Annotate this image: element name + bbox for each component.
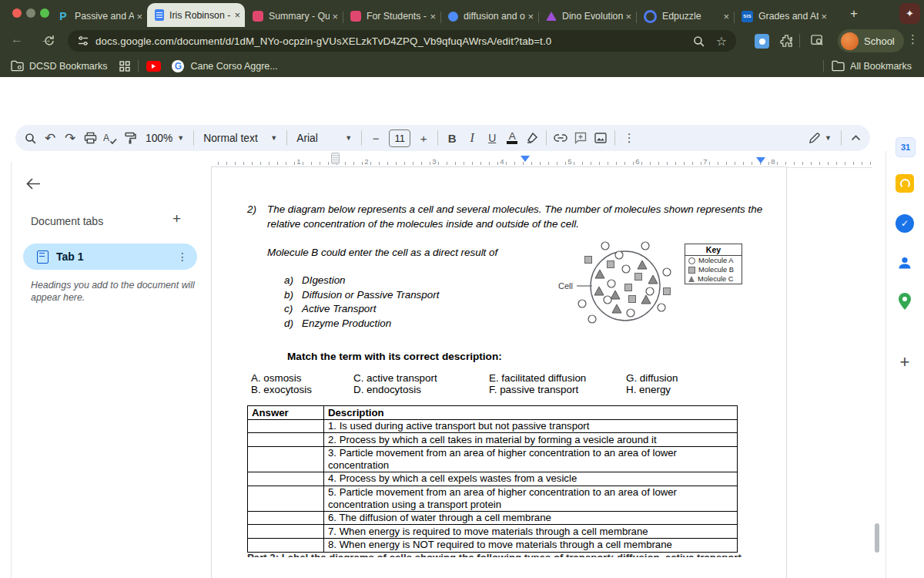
redo-icon[interactable]: ↷	[60, 128, 80, 148]
tab-close-icon[interactable]: ×	[723, 11, 729, 22]
insert-image-icon[interactable]	[591, 128, 611, 148]
youtube-icon[interactable]	[146, 61, 161, 72]
table-row: 1. Is used during active transport but n…	[248, 419, 738, 433]
tab-close-icon[interactable]: ×	[821, 11, 827, 22]
ruler-tick	[277, 162, 278, 165]
font-select[interactable]: Arial▼	[291, 133, 357, 144]
extensions-puzzle-icon[interactable]	[779, 33, 794, 48]
hide-menus-icon[interactable]	[845, 128, 865, 148]
tab-organizer-button[interactable]: ✦	[899, 3, 920, 24]
browser-menu-icon[interactable]: ⋮	[907, 32, 919, 46]
decrease-font-size-icon[interactable]: −	[366, 128, 386, 148]
fullscreen-window-button[interactable]	[40, 8, 49, 18]
answer-cell[interactable]	[248, 486, 324, 511]
tab-close-icon[interactable]: ×	[332, 11, 338, 22]
search-menus-icon[interactable]	[20, 128, 40, 148]
browser-profile[interactable]: School	[838, 29, 904, 52]
add-document-tab-button[interactable]: +	[172, 210, 181, 227]
back-icon[interactable]: ←	[11, 32, 23, 46]
collapse-sidebar-arrow-icon[interactable]	[26, 178, 41, 190]
answer-cell[interactable]	[248, 511, 324, 525]
maps-icon[interactable]	[896, 292, 914, 311]
bold-icon[interactable]: B	[442, 128, 462, 148]
tab-close-icon[interactable]: ×	[430, 11, 436, 22]
search-in-page-icon[interactable]	[692, 35, 705, 48]
keep-icon[interactable]	[896, 174, 914, 193]
option-letter: c)	[284, 302, 293, 317]
underline-icon[interactable]: U	[482, 128, 502, 148]
ruler-tick	[726, 162, 727, 165]
answer-cell[interactable]	[248, 419, 324, 433]
question-text: The diagram below represents a cell and …	[267, 203, 775, 232]
tab-search-icon[interactable]	[810, 33, 825, 48]
contacts-icon[interactable]	[896, 254, 914, 272]
answer-cell[interactable]	[248, 525, 324, 539]
tasks-icon[interactable]: ✓	[896, 214, 914, 233]
close-window-button[interactable]	[12, 8, 22, 18]
italic-icon[interactable]: I	[462, 128, 482, 148]
doc-tab-options-icon[interactable]: ⋮	[177, 250, 188, 263]
molecule-a	[608, 280, 615, 287]
molecule-c	[638, 260, 647, 269]
apps-grid-icon[interactable]	[119, 61, 130, 72]
answer-cell[interactable]	[248, 446, 324, 472]
editing-mode-select[interactable]: ▼	[803, 133, 837, 144]
browser-tab[interactable]: PPassive and Ac×	[49, 5, 147, 27]
browser-tab[interactable]: Summary - Qu×	[245, 5, 343, 27]
document-tab-item[interactable]: Tab 1 ⋮	[23, 244, 197, 270]
spellcheck-icon[interactable]: A	[100, 128, 120, 148]
divider	[437, 130, 438, 146]
bookmark-all[interactable]: All Bookmarks	[850, 61, 912, 72]
print-icon[interactable]	[80, 128, 100, 148]
minimize-window-button[interactable]	[26, 8, 35, 18]
extension-icon[interactable]	[755, 34, 769, 49]
document-page[interactable]: 2) The diagram below represents a cell a…	[211, 166, 787, 578]
insert-link-icon[interactable]	[551, 128, 571, 148]
address-bar[interactable]: docs.google.com/document/d/1dM_NYo-ocpzi…	[68, 30, 736, 52]
bookmark-cane-corso[interactable]: Cane Corso Aggre...	[190, 61, 277, 72]
calendar-icon[interactable]: 31	[896, 137, 916, 157]
bookmark-dcsd[interactable]: DCSD Bookmarks	[29, 61, 107, 72]
bookmarks-bar: DCSD Bookmarks G Cane Corso Aggre... All…	[0, 55, 924, 77]
all-bookmarks-folder-icon[interactable]	[832, 60, 845, 72]
zoom-select[interactable]: 100%▼	[140, 133, 189, 144]
font-size-input[interactable]: 11	[389, 129, 410, 147]
text-color-icon[interactable]: A	[502, 128, 522, 148]
tab-close-icon[interactable]: ×	[527, 11, 534, 22]
ruler-tick	[862, 162, 862, 165]
highlight-color-icon[interactable]	[522, 128, 542, 148]
option-letter: a)	[284, 274, 293, 288]
gdocs-favicon	[155, 9, 164, 21]
ruler-tick	[650, 162, 651, 165]
ruler-number: 7	[703, 157, 707, 166]
tab-close-icon[interactable]: ×	[136, 11, 142, 22]
browser-tab[interactable]: For Students -×	[343, 5, 440, 27]
ruler[interactable]: 12345678	[213, 156, 872, 167]
tab-close-icon[interactable]: ×	[234, 9, 240, 21]
add-comment-icon[interactable]	[571, 128, 591, 148]
side-panel-add-icon[interactable]: +	[896, 353, 914, 371]
paragraph-style-select[interactable]: Normal text▼	[198, 133, 283, 144]
browser-tab[interactable]: Dino Evolution×	[538, 5, 636, 27]
bookmark-star-icon[interactable]: ☆	[716, 34, 727, 49]
answer-cell[interactable]	[248, 433, 324, 447]
browser-tab[interactable]: Edpuzzle×	[636, 5, 734, 27]
undo-icon[interactable]: ↶	[40, 128, 60, 148]
tab-close-icon[interactable]: ×	[625, 11, 631, 22]
tune-icon[interactable]	[77, 35, 89, 47]
document-scrollbar[interactable]	[875, 523, 879, 553]
new-tab-button[interactable]: +	[850, 6, 858, 22]
browser-tab[interactable]: diffusion and o×	[440, 5, 538, 27]
answer-cell[interactable]	[248, 538, 324, 552]
ruler-right-indent-marker[interactable]	[756, 157, 765, 163]
option-letter: d)	[284, 317, 293, 331]
managed-bookmarks-folder-icon[interactable]	[11, 60, 24, 72]
browser-tab[interactable]: Iris Robinson -×	[147, 3, 245, 27]
paint-format-icon[interactable]	[120, 128, 140, 148]
reload-icon[interactable]	[43, 35, 55, 47]
browser-tab[interactable]: SISGrades and At×	[734, 5, 832, 27]
ruler-indent-marker[interactable]	[521, 156, 530, 162]
answer-cell[interactable]	[248, 472, 324, 486]
increase-font-size-icon[interactable]: +	[413, 128, 434, 148]
more-toolbar-icon[interactable]: ⋮	[619, 128, 639, 148]
